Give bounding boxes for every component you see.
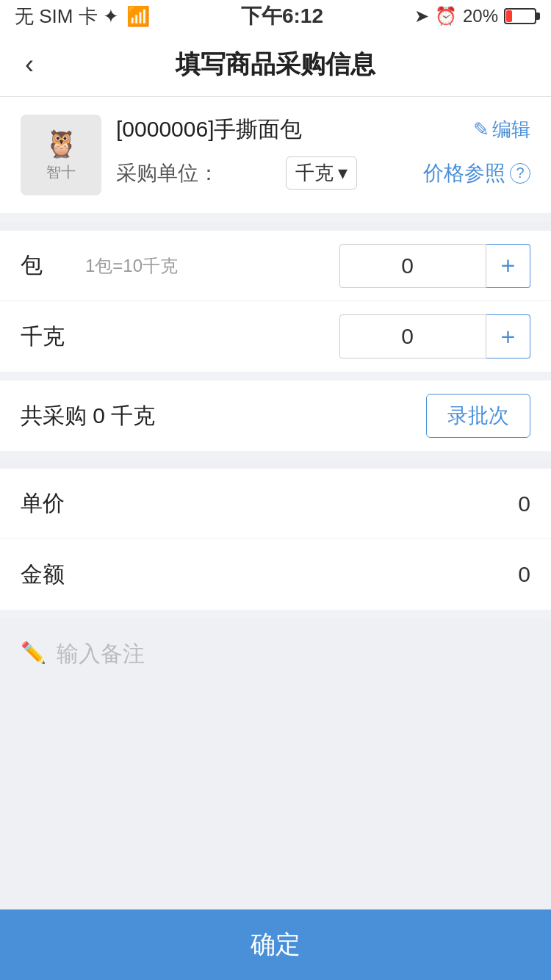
bao-input-wrap: + — [339, 244, 530, 288]
unit-value: 千克 — [295, 160, 334, 186]
edit-button[interactable]: ✎ 编辑 — [473, 117, 530, 143]
bao-label: 包 — [21, 251, 79, 281]
bao-input[interactable] — [339, 244, 486, 288]
divider-2 — [0, 460, 551, 469]
status-time: 下午6:12 — [241, 2, 323, 30]
battery-percent: 20% — [463, 6, 498, 26]
kg-label: 千克 — [21, 322, 79, 352]
product-thumb-label: 智十 — [46, 162, 76, 182]
batch-button[interactable]: 录批次 — [426, 394, 530, 438]
page-title: 填写商品采购信息 — [176, 48, 375, 82]
unit-select[interactable]: 千克 ▾ — [286, 156, 357, 190]
unit-label: 采购单位： — [116, 159, 219, 187]
sim-status: 无 SIM 卡 ✦ — [15, 4, 119, 29]
nav-bar: ‹ 填写商品采购信息 — [0, 32, 551, 97]
product-name: [0000006]手撕面包 — [116, 115, 302, 145]
confirm-button[interactable]: 确定 — [0, 909, 551, 980]
unit-price-label: 单价 — [21, 489, 65, 519]
battery-icon — [504, 8, 536, 24]
kg-input-wrap: + — [339, 314, 530, 359]
content-area — [0, 707, 551, 927]
amount-value: 0 — [518, 562, 530, 587]
note-placeholder: 输入备注 — [57, 639, 145, 669]
alarm-icon: ⏰ — [435, 6, 457, 26]
divider-1 — [0, 222, 551, 231]
product-unit-row: 采购单位： 千克 ▾ 价格参照 ? — [116, 156, 530, 190]
kg-plus-button[interactable]: + — [486, 314, 530, 359]
price-ref-button[interactable]: 价格参照 ? — [423, 159, 530, 187]
summary-text: 共采购 0 千克 — [21, 401, 155, 431]
kg-input[interactable] — [339, 314, 486, 359]
unit-price-row: 单价 0 — [0, 469, 551, 539]
product-name-row: [0000006]手撕面包 ✎ 编辑 — [116, 115, 530, 145]
input-section: 包 1包=10千克 + 千克 + — [0, 231, 551, 372]
chevron-down-icon: ▾ — [338, 162, 347, 184]
bao-plus-button[interactable]: + — [486, 244, 530, 288]
price-section: 单价 0 金额 0 — [0, 469, 551, 610]
amount-row: 金额 0 — [0, 539, 551, 610]
edit-label: 编辑 — [492, 117, 530, 143]
status-left: 无 SIM 卡 ✦ 📶 — [15, 4, 150, 29]
kg-row: 千克 + — [0, 301, 551, 372]
status-right: ➤ ⏰ 20% — [414, 6, 536, 26]
amount-label: 金额 — [21, 560, 65, 590]
product-card: 🦉 智十 [0000006]手撕面包 ✎ 编辑 采购单位： 千克 ▾ 价格参照 … — [0, 97, 551, 213]
summary-row: 共采购 0 千克 录批次 — [0, 381, 551, 451]
unit-price-value: 0 — [518, 491, 530, 516]
product-info: [0000006]手撕面包 ✎ 编辑 采购单位： 千克 ▾ 价格参照 ? — [116, 115, 530, 190]
location-icon: ➤ — [414, 6, 429, 26]
bao-row: 包 1包=10千克 + — [0, 231, 551, 301]
help-icon: ? — [510, 163, 530, 184]
bao-sublabel: 1包=10千克 — [85, 254, 339, 278]
wifi-icon: 📶 — [126, 5, 150, 28]
back-button[interactable]: ‹ — [18, 42, 41, 87]
status-bar: 无 SIM 卡 ✦ 📶 下午6:12 ➤ ⏰ 20% — [0, 0, 551, 32]
price-ref-label: 价格参照 — [423, 159, 505, 187]
product-thumb-icon: 🦉 — [45, 129, 78, 159]
note-section[interactable]: ✏️ 输入备注 — [0, 619, 551, 707]
product-thumbnail: 🦉 智十 — [21, 115, 101, 195]
pencil-icon: ✏️ — [21, 641, 46, 665]
edit-icon: ✎ — [473, 118, 489, 141]
